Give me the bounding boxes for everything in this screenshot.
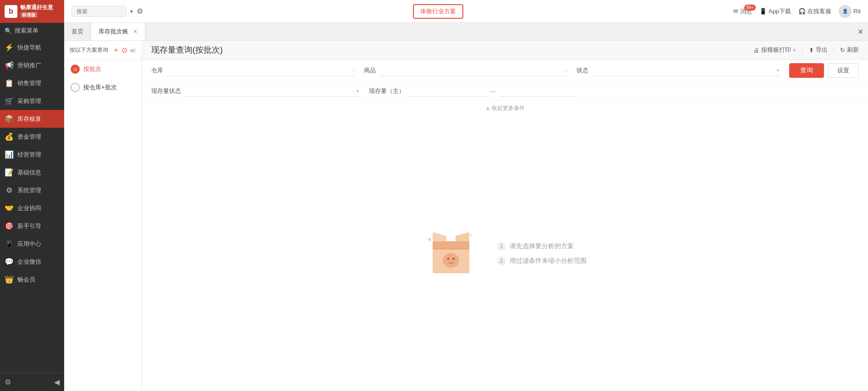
topbar-right: ✉ 消息 99+ 📱 App下载 🎧 在线客服 👤 Rit <box>733 5 861 18</box>
sidebar-item-basic-info[interactable]: 📝 基础信息 <box>0 163 64 181</box>
sidebar-item-sales[interactable]: 📋 销售管理 <box>0 74 64 92</box>
product-more[interactable]: ··· <box>560 68 567 73</box>
sidebar-search-item[interactable]: 🔍 搜索菜单 <box>0 23 64 38</box>
app-download-label: App下载 <box>769 7 791 16</box>
customer-service-label: 在线客服 <box>808 7 831 16</box>
sidebar-item-enterprise-collab[interactable]: 🤝 企业协同 <box>0 199 64 217</box>
print-dropdown-icon: ▾ <box>793 47 796 54</box>
members-icon: 👑 <box>5 275 14 284</box>
scheme-item-by-batch[interactable]: ⊙ 按批次 <box>64 60 142 78</box>
main-close-icon[interactable]: ✕ <box>857 27 863 36</box>
sidebar-item-system[interactable]: ⚙ 系统管理 <box>0 181 64 199</box>
warehouse-dropdown[interactable]: ··· <box>167 65 355 76</box>
sidebar-item-label: 采购管理 <box>17 97 41 105</box>
customer-service-item[interactable]: 🎧 在线客服 <box>798 7 831 16</box>
sidebar-item-label: 经营管理 <box>17 151 41 159</box>
left-panel-actions: ＋ ⊙ ≪ <box>112 45 136 55</box>
sidebar-item-label: 应用中心 <box>17 240 41 248</box>
sidebar-scroll: 🔍 搜索菜单 ⚡ 快捷导航 📢 营销推广 📋 销售管理 🛒 采购管理 📦 库存核… <box>0 23 64 373</box>
scheme-item-by-warehouse-batch[interactable]: ○ 按仓库+批次 <box>64 78 142 97</box>
sidebar-item-operations[interactable]: 📊 经营管理 <box>0 146 64 163</box>
empty-state-step-1: 1 请先选择要分析的方案 <box>497 242 574 251</box>
collapse-panel-btn[interactable]: ≪ <box>129 47 136 54</box>
product-dropdown[interactable]: ··· <box>379 65 567 76</box>
marketing-icon: 📢 <box>5 61 14 70</box>
tab-home[interactable]: 首页 <box>64 23 91 40</box>
query-btn[interactable]: 查询 <box>789 63 824 78</box>
export-btn[interactable]: ⬆ 导出 <box>809 46 828 54</box>
divider: | <box>802 47 803 54</box>
warehouse-input[interactable] <box>167 65 348 76</box>
experience-btn[interactable]: 体验行业方案 <box>413 4 463 19</box>
step1-text: 请先选择要分析的方案 <box>510 242 574 250</box>
enterprise-collab-icon: 🤝 <box>5 204 14 212</box>
step-number-2: 2 <box>497 256 506 266</box>
add-scheme-btn[interactable]: ＋ <box>112 45 120 55</box>
stock-status-select[interactable]: 全部 有库存 无库存 <box>185 86 360 96</box>
box-svg: ★ ✦ ✦ <box>423 228 478 278</box>
tab-batch-stock[interactable]: 库存批次账 ✕ <box>91 23 145 40</box>
content-area: 按以下方案查询 ＋ ⊙ ≪ ⊙ 按批次 ○ 按仓库+批次 现存量查询(按批次) <box>64 41 868 391</box>
sidebar-item-label: 库存核算 <box>17 115 41 123</box>
filter-row-2: 现存量状态 全部 有库存 无库存 ▾ 现存量（主） <box>142 82 868 101</box>
user-avatar-item[interactable]: 👤 Rit <box>839 5 861 18</box>
sidebar-item-beginner[interactable]: 🎯 新手引导 <box>0 217 64 235</box>
settings-btn[interactable]: 设置 <box>828 63 859 78</box>
quick-nav-icon: ⚡ <box>5 43 14 52</box>
collapse-icon: ∧ <box>486 105 490 112</box>
sidebar-item-label: 销售管理 <box>17 79 41 87</box>
status-label: 状态 <box>577 66 592 75</box>
stock-status-dropdown[interactable]: 全部 有库存 无库存 ▾ <box>185 86 360 97</box>
tab-close-icon[interactable]: ✕ <box>133 28 137 35</box>
export-icon: ⬆ <box>809 47 814 54</box>
sidebar-item-members[interactable]: 👑 畅会员 <box>0 271 64 288</box>
sidebar-item-label: 系统管理 <box>17 186 41 195</box>
app-center-icon: 📱 <box>5 239 14 248</box>
phone-icon: 📱 <box>759 8 767 15</box>
collapse-more-btn[interactable]: ∧ 收起更多条件 <box>142 101 868 116</box>
beginner-icon: 🎯 <box>5 222 14 230</box>
topbar-search-input[interactable] <box>71 6 126 17</box>
sidebar-item-purchase[interactable]: 🛒 采购管理 <box>0 92 64 110</box>
sales-icon: 📋 <box>5 79 14 87</box>
topbar-dropdown-btn[interactable]: ▾ <box>130 8 133 15</box>
empty-state-wrapper: ★ ✦ ✦ 1 请先选择要分析的方案 2 用过滤条件来缩小分析 <box>423 228 587 279</box>
svg-point-4 <box>453 258 455 260</box>
sidebar-item-label: 新手引导 <box>17 222 41 230</box>
scheme-settings-btn[interactable]: ⊙ <box>121 46 127 54</box>
warehouse-more[interactable]: ··· <box>348 68 355 73</box>
sidebar-item-inventory[interactable]: 📦 库存核算 <box>0 110 64 128</box>
empty-state-content: 1 请先选择要分析的方案 2 用过滤条件来缩小分析范围 <box>497 242 587 266</box>
sidebar-item-app-center[interactable]: 📱 应用中心 <box>0 235 64 253</box>
sidebar-item-quick-nav[interactable]: ⚡ 快捷导航 <box>0 38 64 56</box>
sidebar-item-marketing[interactable]: 📢 营销推广 <box>0 56 64 74</box>
status-dropdown[interactable]: 全部 ▾ <box>592 65 780 76</box>
status-select[interactable]: 全部 <box>592 65 780 76</box>
stock-status-label: 现存量状态 <box>151 87 185 95</box>
sidebar-item-enterprise-wechat[interactable]: 💬 企业微信 <box>0 253 64 271</box>
collapse-sidebar-icon[interactable]: ◀ <box>54 378 60 386</box>
empty-illustration: ★ ✦ ✦ <box>423 228 478 279</box>
sidebar-item-label: 营销推广 <box>17 61 41 70</box>
scheme-label: 按仓库+批次 <box>83 83 117 92</box>
svg-point-2 <box>443 253 459 268</box>
print-template-btn[interactable]: 🖨 按模板打印 ▾ <box>753 46 796 54</box>
enterprise-wechat-icon: 💬 <box>5 257 14 266</box>
product-input[interactable] <box>379 65 560 76</box>
topbar-gear-icon[interactable]: ⚙ <box>137 7 143 16</box>
app-download-item[interactable]: 📱 App下载 <box>759 7 791 16</box>
sidebar-item-label: 快捷导航 <box>17 43 41 52</box>
sidebar-item-finance[interactable]: 💰 资金管理 <box>0 128 64 146</box>
sidebar-header: b 畅康通好生意 标准版 <box>0 0 64 23</box>
stock-qty-from-input[interactable] <box>408 86 486 97</box>
headset-icon: 🎧 <box>798 8 806 15</box>
messages-item[interactable]: ✉ 消息 99+ <box>733 7 752 16</box>
stock-qty-to-input[interactable] <box>500 86 577 97</box>
filter-warehouse: 仓库 ··· <box>151 65 355 76</box>
settings-footer-icon[interactable]: ⚙ <box>5 378 11 386</box>
refresh-btn[interactable]: ↻ 刷新 <box>840 46 859 54</box>
stock-qty-dash: — <box>486 86 500 97</box>
collapse-label: 收起更多条件 <box>492 104 525 112</box>
app-name: 畅康通好生意 <box>20 4 53 11</box>
tab-far-right: ✕ <box>853 27 868 36</box>
